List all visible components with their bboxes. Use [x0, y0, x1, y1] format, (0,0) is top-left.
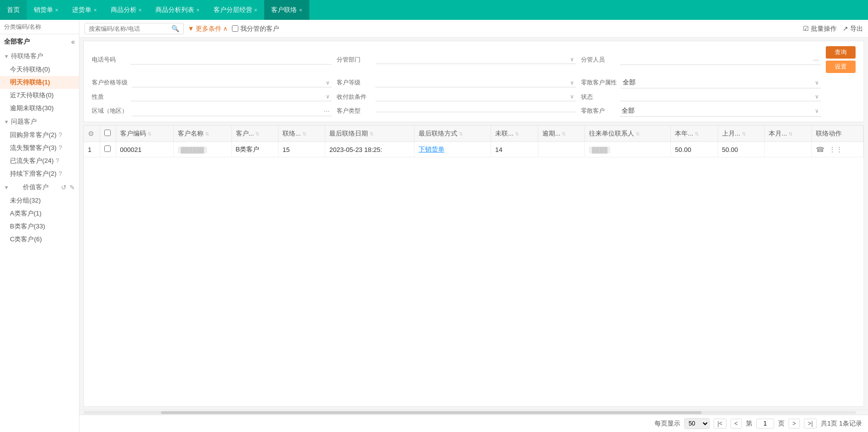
sidebar-item-declining[interactable]: 持续下滑客户(2) ? [0, 167, 79, 180]
filter-region-dots[interactable]: ··· [324, 107, 330, 115]
th-code-sort[interactable]: ⇅ [147, 131, 151, 137]
th-contact-count: 联络... ⇅ [278, 126, 325, 142]
filter-status-select[interactable]: ∨ [620, 92, 821, 101]
th-code: 客户编码 ⇅ [116, 126, 174, 142]
filter-retail-arrow: ∨ [815, 108, 819, 114]
nav-product-list[interactable]: 商品分析列表 × [148, 0, 206, 20]
sidebar-item-today[interactable]: 今天待联络(0) [0, 63, 79, 76]
horizontal-scrollbar[interactable] [79, 410, 868, 415]
th-overdue-sort[interactable]: ⇅ [562, 131, 566, 137]
nav-purchase[interactable]: 进货单 × [65, 0, 103, 20]
nav-customer-tier-close[interactable]: × [254, 7, 257, 13]
th-contact-count-sort[interactable]: ⇅ [302, 131, 306, 137]
filter-phone-input[interactable] [131, 55, 332, 65]
filter-retail-select[interactable]: 全部 ∨ [620, 105, 821, 117]
settings-btn[interactable]: 设置 [826, 61, 856, 73]
my-customers-checkbox[interactable] [232, 25, 238, 32]
nav-sales[interactable]: 销货单 × [27, 0, 65, 20]
table-header: ⚙ 客户编码 ⇅ 客户名称 [84, 126, 864, 142]
row-checkbox[interactable] [104, 145, 111, 152]
my-customers-checkbox-label[interactable]: 我分管的客户 [232, 24, 279, 33]
nav-customer-contact[interactable]: 客户联络 × [264, 0, 309, 20]
filter-payment-select[interactable]: ∨ [375, 92, 577, 101]
td-this-month [765, 142, 811, 157]
th-overdue-label: 逾期... [542, 129, 561, 138]
row-action-more-icon[interactable]: ⋮⋮ [829, 145, 843, 153]
export-btn[interactable]: ↗ 导出 [843, 24, 863, 33]
sidebar-item-declining-icon: ? [59, 170, 62, 177]
sidebar-item-c-class-label: C类客户(6) [10, 235, 42, 244]
filter-nature-select[interactable]: ∨ [131, 92, 332, 101]
th-this-month-sort[interactable]: ⇅ [789, 131, 793, 137]
filter-retail-attr-select[interactable]: 全部 ∨ [621, 77, 821, 88]
nav-product-list-close[interactable]: × [196, 7, 199, 13]
page-next-btn[interactable]: > [789, 419, 800, 429]
filter-payment-label: 收付款条件 [337, 93, 371, 101]
sidebar-item-a-class[interactable]: A类客户(1) [0, 207, 79, 220]
filter-region-select[interactable]: ··· [132, 106, 332, 116]
th-last-method-sort[interactable]: ⇅ [459, 131, 463, 137]
toolbar-search-input[interactable] [89, 25, 169, 32]
page-input[interactable] [756, 419, 774, 429]
sidebar-item-repurchase[interactable]: 回购异常客户(2) ? [0, 129, 79, 142]
sidebar-item-overdue[interactable]: 逾期未联络(30) [0, 102, 79, 115]
th-name-label: 客户名称 [178, 129, 204, 138]
filter-phone-label: 电话号码 [92, 56, 127, 64]
th-this-year: 本年... ⇅ [671, 126, 718, 142]
table-footer: 每页显示 50 100 200 |< < 第 页 > >| 共1页 1条记录 [79, 415, 868, 432]
td-last-method-link[interactable]: 下销货单 [419, 145, 444, 153]
sidebar-item-churn-warning[interactable]: 流失预警客户(3) ? [0, 142, 79, 154]
sidebar-item-churned[interactable]: 已流失客户(24) ? [0, 154, 79, 167]
sidebar-item-week[interactable]: 近7天待联络(0) [0, 89, 79, 102]
nav-product-analysis-close[interactable]: × [139, 7, 142, 13]
filter-manager-select[interactable]: ··· [620, 55, 821, 65]
nav-product-analysis[interactable]: 商品分析 × [104, 0, 148, 20]
nav-home[interactable]: 首页 [0, 0, 27, 20]
page-last-btn[interactable]: >| [804, 419, 817, 429]
main-layout: 🔍 全部客户 « 待联络客户 今天待联络(0) 明天待联络(1) 近7天待联络(… [0, 20, 868, 432]
th-this-year-sort[interactable]: ⇅ [695, 131, 699, 137]
table-settings-icon[interactable]: ⚙ [88, 130, 94, 138]
sidebar-item-c-class[interactable]: C类客户(6) [0, 233, 79, 246]
filter-customer-type-select[interactable] [375, 110, 577, 112]
sidebar-group-problem[interactable]: 问题客户 [0, 115, 79, 129]
sidebar-group-value-edit-icon[interactable]: ✎ [70, 184, 75, 191]
sidebar-group-value[interactable]: 价值客户 ↺ ✎ [0, 180, 79, 194]
sidebar-item-b-class[interactable]: B类客户(33) [0, 220, 79, 233]
sidebar-item-tomorrow[interactable]: 明天待联络(1) [0, 76, 79, 89]
sidebar-group-pending[interactable]: 待联络客户 [0, 49, 79, 63]
nav-sales-close[interactable]: × [55, 7, 58, 13]
row-action-contact-icon[interactable]: ☎ [816, 145, 824, 153]
per-page-select[interactable]: 50 100 200 [684, 418, 710, 429]
nav-purchase-close[interactable]: × [93, 7, 96, 13]
th-uncontacted-sort[interactable]: ⇅ [515, 131, 519, 137]
table-select-all[interactable] [104, 130, 111, 136]
th-contact-person-sort[interactable]: ⇅ [636, 131, 640, 137]
nav-customer-contact-close[interactable]: × [299, 7, 302, 13]
filter-manager-dots[interactable]: ··· [813, 56, 819, 64]
th-last-month-sort[interactable]: ⇅ [742, 131, 746, 137]
filter-more-btn[interactable]: ▼ 更多条件 ∧ [188, 24, 228, 33]
filter-customer-level-select[interactable]: ∨ [375, 78, 577, 87]
th-checkbox [100, 126, 116, 142]
th-name-sort[interactable]: ⇅ [205, 131, 209, 137]
sidebar-collapse-btn[interactable]: « [71, 38, 75, 46]
sidebar-item-ungroup-label: 未分组(32) [10, 196, 41, 205]
sidebar-search-input[interactable] [4, 23, 78, 30]
page-label: 第 [746, 419, 752, 428]
sidebar-group-value-refresh-icon[interactable]: ↺ [61, 184, 67, 191]
scrollbar-thumb[interactable] [161, 411, 702, 414]
page-prev-btn[interactable]: < [730, 419, 742, 429]
th-customer-type-sort[interactable]: ⇅ [255, 131, 259, 137]
query-btn[interactable]: 查询 [826, 46, 856, 59]
filter-btn-label: 更多条件 [196, 24, 221, 33]
th-last-date-sort[interactable]: ⇅ [369, 131, 373, 137]
nav-customer-tier[interactable]: 客户分层经营 × [207, 0, 264, 20]
toolbar-search-icon[interactable]: 🔍 [171, 25, 179, 32]
batch-btn[interactable]: ☑ 批量操作 [803, 24, 837, 33]
sidebar-item-ungroup[interactable]: 未分组(32) [0, 194, 79, 207]
filter-dept-label: 分管部门 [337, 56, 371, 64]
filter-price-level-select[interactable]: ∨ [132, 78, 332, 87]
filter-dept-select[interactable]: ∨ [375, 55, 577, 64]
page-first-btn[interactable]: |< [714, 419, 726, 429]
